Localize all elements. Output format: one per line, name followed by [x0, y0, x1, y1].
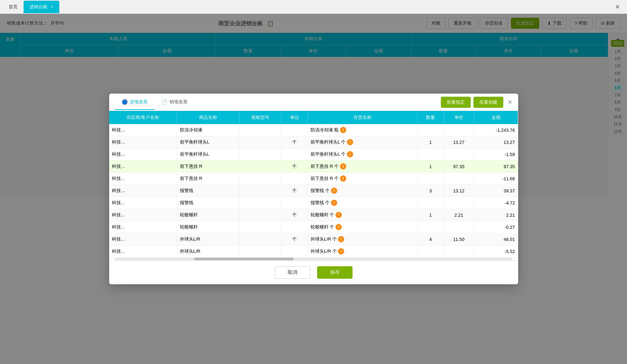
table-row: 科技… 前下悬挂 R 个 前下悬挂 R 个 ! 1 97.35 97.35 [109, 161, 518, 173]
tab-sales-invoice[interactable]: 📄 销项发票 [155, 95, 194, 110]
cell-amount: 2.21 [474, 209, 518, 221]
table-row: 科技… 报警线 报警线 个 ! -4.72 [109, 197, 518, 209]
cell-inventory: 前平衡杆球头L 个 ! [307, 148, 417, 161]
cell-unit-price [444, 173, 474, 185]
cell-amount: -5.52 [474, 245, 518, 258]
cell-spec [239, 221, 281, 233]
table-row: 科技… 外球头L/R 个 外球头L/R 个 ! 4 11.50 46.01 [109, 233, 518, 245]
table-row: 科技… 报警线 个 报警线 个 ! 3 13.12 39.37 [109, 185, 518, 197]
tab-purchase-sales[interactable]: 进销台账 × [24, 1, 59, 13]
cell-inventory: 报警线 个 ! [307, 197, 417, 209]
tab-home[interactable]: 首页 [3, 1, 24, 13]
cell-supplier: 科技… [109, 197, 177, 209]
cell-inventory: 外球头L/R 个 ! [307, 233, 417, 245]
warning-icon: ! [347, 139, 353, 145]
col-supplier: 供应商/客户名称 [109, 111, 177, 124]
modal-close-button[interactable]: ✕ [507, 98, 513, 106]
cell-supplier: 科技… [109, 161, 177, 173]
warning-icon: ! [331, 200, 337, 206]
cell-supplier: 科技… [109, 209, 177, 221]
cell-inventory: 轮毂螺杆 个 ! [307, 221, 417, 233]
cell-inventory: 报警线 个 ! [307, 185, 417, 197]
cell-spec [239, 233, 281, 245]
cancel-button[interactable]: 取消 [275, 266, 310, 279]
cell-product: 外球头L/R [177, 245, 239, 258]
cell-unit-price [444, 221, 474, 233]
modal-table-wrap[interactable]: 供应商/客户名称 商品名称 规格型号 单位 存货名称 数量 单价 金额 [109, 111, 518, 258]
cell-amount: -11.68 [474, 173, 518, 185]
cell-unit [281, 173, 308, 185]
cell-product: 报警线 [177, 197, 239, 209]
modal-header: 🔵 进项发票 📄 销项发票 批量指定 批量创建 ✕ [109, 94, 518, 111]
batch-assign-button[interactable]: 批量指定 [441, 97, 471, 108]
tab-bar: 首页 进销台账 × ✕ [0, 0, 627, 14]
col-unit-price: 单价 [444, 111, 474, 124]
warning-icon: ! [347, 151, 353, 157]
cell-unit: 个 [281, 136, 308, 148]
warning-icon: ! [338, 236, 344, 242]
table-row: 科技… 前下悬挂 R 前下悬挂 R 个 ! -11.68 [109, 173, 518, 185]
main-area: 销售成本计算方法： 月平均 商贸企业进销台账 📋 对账 重新开账 存货别名 生成… [0, 14, 627, 364]
warning-icon: ! [331, 188, 337, 194]
warning-icon: ! [340, 127, 346, 133]
cell-amount: 39.37 [474, 185, 518, 197]
cell-product: 前平衡杆球头L [177, 136, 239, 148]
cell-spec [239, 245, 281, 258]
modal-tabs: 🔵 进项发票 📄 销项发票 [115, 95, 441, 110]
cell-quantity [417, 245, 444, 258]
modal-footer: 取消 保存 [109, 260, 518, 284]
cell-inventory: 防冻冷却液 瓶 ! [307, 124, 417, 136]
cell-product: 轮毂螺杆 [177, 221, 239, 233]
cell-amount: 97.35 [474, 161, 518, 173]
warning-icon: ! [338, 248, 344, 254]
cell-unit-price [444, 148, 474, 161]
cell-product: 防冻冷却液 [177, 124, 239, 136]
cell-unit: 个 [281, 233, 308, 245]
cell-supplier: 科技… [109, 124, 177, 136]
cell-inventory: 前下悬挂 R 个 ! [307, 161, 417, 173]
window-close-button[interactable]: ✕ [611, 3, 624, 11]
tab-income-invoice[interactable]: 🔵 进项发票 [115, 95, 155, 110]
cell-supplier: 科技… [109, 148, 177, 161]
modal-overlay: 🔵 进项发票 📄 销项发票 批量指定 批量创建 ✕ [0, 14, 627, 364]
col-spec: 规格型号 [239, 111, 281, 124]
cell-supplier: 科技… [109, 136, 177, 148]
col-amount: 金额 [474, 111, 518, 124]
cell-product: 前下悬挂 R [177, 161, 239, 173]
cell-unit-price: 13.27 [444, 136, 474, 148]
cell-spec [239, 209, 281, 221]
cell-supplier: 科技… [109, 173, 177, 185]
cell-amount: -4.72 [474, 197, 518, 209]
cell-spec [239, 136, 281, 148]
cell-spec [239, 161, 281, 173]
warning-icon: ! [336, 212, 342, 218]
cell-unit [281, 148, 308, 161]
cell-inventory: 轮毂螺杆 个 ! [307, 209, 417, 221]
cell-quantity: 1 [417, 161, 444, 173]
save-button[interactable]: 保存 [317, 266, 352, 279]
warning-icon: ! [340, 163, 346, 170]
scrollbar-thumb [194, 258, 294, 260]
cell-unit-price [444, 245, 474, 258]
col-quantity: 数量 [417, 111, 444, 124]
cell-unit-price: 13.12 [444, 185, 474, 197]
cell-spec [239, 124, 281, 136]
cell-unit [281, 197, 308, 209]
modal-header-buttons: 批量指定 批量创建 [441, 97, 503, 108]
col-unit: 单位 [281, 111, 308, 124]
table-row: 科技… 前平衡杆球头L 个 前平衡杆球头L 个 ! 1 13.27 13.27 [109, 136, 518, 148]
table-row: 科技… 外球头L/R 外球头L/R 个 ! -5.52 [109, 245, 518, 258]
cell-spec [239, 185, 281, 197]
cell-amount: -1.59 [474, 148, 518, 161]
cell-product: 轮毂螺杆 [177, 209, 239, 221]
horizontal-scrollbar[interactable] [115, 258, 513, 260]
tab-close-icon[interactable]: × [51, 5, 53, 9]
cell-supplier: 科技… [109, 185, 177, 197]
cell-unit: 个 [281, 161, 308, 173]
cell-amount: -0.27 [474, 221, 518, 233]
cell-unit: 个 [281, 185, 308, 197]
batch-create-button[interactable]: 批量创建 [473, 97, 503, 108]
cell-quantity [417, 173, 444, 185]
cell-unit-price [444, 124, 474, 136]
cell-quantity: 3 [417, 185, 444, 197]
